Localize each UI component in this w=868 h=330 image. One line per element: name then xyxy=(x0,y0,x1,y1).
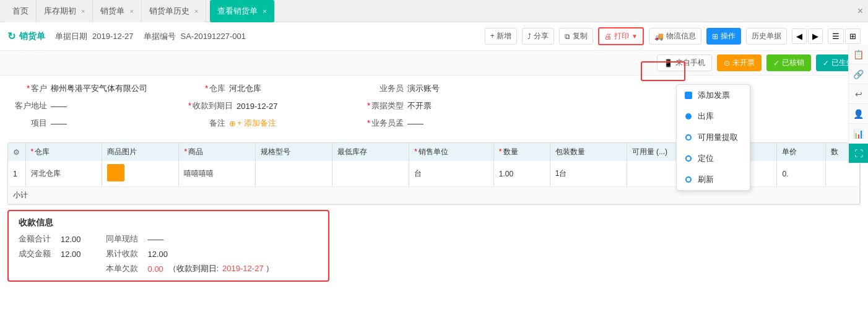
nav-prev[interactable]: ◀ xyxy=(792,28,807,44)
same-order-value: —— xyxy=(148,235,164,244)
doc-meta: 单据日期 2019-12-27 单据编号 SA-20191227-001 xyxy=(55,31,246,42)
outbound-item[interactable]: 出库 xyxy=(677,106,750,127)
phone-icon: 📱 xyxy=(664,59,673,67)
available-qty-icon xyxy=(684,133,693,142)
tab-inventory[interactable]: 库存期初 × xyxy=(37,0,93,22)
col-warehouse: *仓库 xyxy=(25,143,102,161)
ticket-type-label: 票据类型 xyxy=(367,100,404,111)
ticket-type-value: 不开票 xyxy=(407,100,432,111)
tab-sales-history-close[interactable]: × xyxy=(194,7,198,15)
due-date-label: 收款到期日 xyxy=(188,100,233,111)
payment-info-right: 同单现结 —— 累计收款 12.00 本单欠款 0.00 （收款到期日: 201… xyxy=(106,233,274,274)
row-unit: 台 xyxy=(409,161,494,187)
col-settings: ⚙ xyxy=(8,143,25,161)
balance-label: 本单欠款 xyxy=(106,263,143,274)
row-spec xyxy=(256,161,332,187)
print-button[interactable]: 🖨 打印 ▼ xyxy=(598,27,644,45)
col-pack-qty: 包装数量 xyxy=(550,143,627,161)
tab-inventory-close[interactable]: × xyxy=(81,7,85,15)
sidebar-icon-2[interactable]: 🔗 xyxy=(849,64,869,84)
sidebar-icon-4[interactable]: 👤 xyxy=(849,104,869,124)
add-invoice-item[interactable]: 添加发票 xyxy=(677,85,750,106)
settings-icon[interactable]: ⚙ xyxy=(13,148,20,157)
right-sidebar: 📋 🔗 ↩ 👤 📊 ⛶ xyxy=(848,45,868,163)
ops-button[interactable]: ⊞ 操作 xyxy=(706,28,741,45)
row-quantity: 1.00 xyxy=(493,161,550,187)
cumulative-label: 累计收款 xyxy=(106,248,143,259)
payment-info-rows: 金额合计 12.00 成交金额 12.00 同单现结 —— 累计收款 xyxy=(19,233,318,274)
history-button[interactable]: 历史单据 xyxy=(746,28,787,45)
customer-value: 柳州粤港平安气体有限公司 xyxy=(51,83,147,94)
logistics-button[interactable]: 🚚 物流信息 xyxy=(649,28,701,45)
customer-label: 客户 xyxy=(10,83,47,94)
col-spec: 规格型号 xyxy=(256,143,332,161)
balance-row: 本单欠款 0.00 （收款到期日: 2019-12-27 ） xyxy=(106,263,274,274)
ops-dropdown-menu: 添加发票 出库 可用量提取 定位 刷新 xyxy=(676,84,750,191)
doc-date-label: 单据日期 2019-12-27 xyxy=(55,31,134,42)
tab-bar: 首页 库存期初 × 销货单 × 销货单历史 × 查看销货单 × × xyxy=(0,0,868,22)
new-button[interactable]: + 新增 xyxy=(485,28,517,45)
effective-icon: ✓ xyxy=(823,59,829,67)
copy-button[interactable]: ⧉ 复制 xyxy=(559,28,593,45)
print-icon: 🖨 xyxy=(604,32,612,41)
amount-value: 12.00 xyxy=(61,235,81,244)
customer-field: 客户 柳州粤港平安气体有限公司 xyxy=(10,83,183,94)
ticket-icon: ⊙ xyxy=(724,59,730,67)
view-grid[interactable]: ⊞ xyxy=(845,28,861,44)
doc-title: ↻ 销货单 xyxy=(7,30,45,42)
tab-sales-history[interactable]: 销货单历史 × xyxy=(142,0,206,22)
add-invoice-label: 添加发票 xyxy=(698,90,730,101)
col-price: 单价 xyxy=(777,143,825,161)
tab-home[interactable]: 首页 xyxy=(5,0,37,22)
available-qty-item[interactable]: 可用量提取 xyxy=(677,127,750,148)
balance-value: 0.00 xyxy=(148,264,163,274)
cumulative-value: 12.00 xyxy=(148,250,168,259)
tab-sales[interactable]: 销货单 × xyxy=(93,0,141,22)
not-open-button[interactable]: ⊙ 未开票 xyxy=(717,54,762,71)
tab-view-sales[interactable]: 查看销货单 × xyxy=(210,0,274,22)
ticket-type-field: 票据类型 不开票 xyxy=(367,100,490,111)
check-icon: ✓ xyxy=(773,59,779,67)
address-label: 客户地址 xyxy=(10,100,47,111)
outbound-icon xyxy=(684,112,693,121)
sidebar-icon-3[interactable]: ↩ xyxy=(849,84,869,104)
tab-sales-close[interactable]: × xyxy=(129,7,133,15)
refresh-item[interactable]: 刷新 xyxy=(677,169,750,190)
check-button[interactable]: ✓ 已核销 xyxy=(766,54,811,71)
address-field: 客户地址 —— xyxy=(10,100,183,111)
sidebar-icon-6[interactable]: ⛶ xyxy=(849,144,869,163)
share-button[interactable]: ⤴ 分享 xyxy=(522,28,554,45)
warehouse-label: 仓库 xyxy=(188,83,225,94)
staff-value: 演示账号 xyxy=(407,83,440,94)
row-min-stock xyxy=(332,161,409,187)
add-note-button[interactable]: ⊕ + 添加备注 xyxy=(229,118,276,129)
ops-icon: ⊞ xyxy=(712,32,718,41)
transaction-row: 成交金额 12.00 xyxy=(19,248,81,259)
tab-view-sales-close[interactable]: × xyxy=(263,7,266,15)
app-container: 首页 库存期初 × 销货单 × 销货单历史 × 查看销货单 × × ↻ 销货单 xyxy=(0,0,868,330)
from-phone-button[interactable]: 📱 来自手机 xyxy=(657,54,712,71)
cumulative-row: 累计收款 12.00 xyxy=(106,248,274,259)
doc-actions: + 新增 ⤴ 分享 ⧉ 复制 🖨 打印 ▼ 🚚 物流信息 xyxy=(485,27,861,45)
sidebar-icon-1[interactable]: 📋 xyxy=(849,45,869,64)
note-field: 备注 ⊕ + 添加备注 xyxy=(188,118,362,129)
balance-note: （收款到期日: 2019-12-27 ） xyxy=(168,263,274,274)
note-label: 备注 xyxy=(188,118,225,129)
row-index: 1 xyxy=(8,161,25,187)
add-icon: ⊕ xyxy=(229,119,236,128)
col-product: *商品 xyxy=(179,143,256,161)
locate-item[interactable]: 定位 xyxy=(677,148,750,169)
sales-rep-field: 业务员孟 —— xyxy=(367,118,490,129)
view-list[interactable]: ☰ xyxy=(828,28,844,44)
print-dropdown-icon: ▼ xyxy=(631,33,638,40)
nav-next[interactable]: ▶ xyxy=(808,28,823,44)
staff-label: 业务员 xyxy=(367,83,404,94)
sidebar-icon-5[interactable]: 📊 xyxy=(849,124,869,144)
doc-number-label: 单据编号 SA-20191227-001 xyxy=(144,31,246,42)
row-more xyxy=(825,161,859,187)
payment-info-title: 收款信息 xyxy=(19,217,318,228)
doc-header: ↻ 销货单 单据日期 2019-12-27 单据编号 SA-20191227-0… xyxy=(0,22,868,51)
window-close-button[interactable]: × xyxy=(857,6,863,17)
amount-label: 金额合计 xyxy=(19,233,56,245)
due-date-value: 2019-12-27 xyxy=(237,102,278,111)
